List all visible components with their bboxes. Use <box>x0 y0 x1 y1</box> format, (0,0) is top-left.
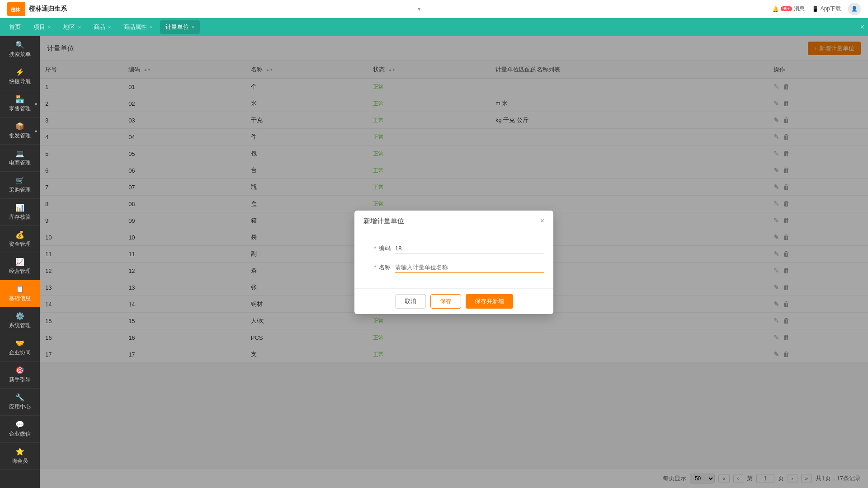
operations-icon: 📈 <box>15 258 24 266</box>
content-inner: 计量单位 + 新增计量单位 序号 编码 ▲▼ <box>40 36 868 488</box>
sidebar-label-member: 嗨会员 <box>12 457 28 465</box>
system-icon: ⚙️ <box>15 312 24 320</box>
sidebar-item-ecommerce[interactable]: 💻 电商管理 <box>0 145 40 172</box>
tab-region[interactable]: 地区 × <box>58 20 86 34</box>
notification-bell[interactable]: 🔔 99+ 消息 <box>772 5 805 13</box>
sidebar-item-inventory[interactable]: 📊 库存核算 <box>0 199 40 226</box>
finance-icon: 💰 <box>15 230 24 239</box>
header-dropdown-arrow[interactable]: ▾ <box>418 5 421 12</box>
content-area: 计量单位 + 新增计量单位 序号 编码 ▲▼ <box>40 36 868 488</box>
sidebar-item-wholesale[interactable]: 📦 批发管理 <box>0 117 40 145</box>
notification-label: 消息 <box>794 5 805 13</box>
sidebar-label-ecommerce: 电商管理 <box>9 159 31 167</box>
member-icon: ⭐ <box>15 447 24 456</box>
name-input[interactable] <box>395 262 544 273</box>
collab-icon: 🤝 <box>15 339 24 347</box>
sidebar-label-wholesale: 批发管理 <box>9 132 31 140</box>
svg-text:橙林: 橙林 <box>10 7 20 12</box>
logo-text: 橙林通归生系 <box>29 5 67 13</box>
app-center-icon: 🔧 <box>15 393 24 402</box>
sidebar-item-purchase[interactable]: 🛒 采购管理 <box>0 172 40 199</box>
tab-unit-close[interactable]: × <box>192 24 194 30</box>
modal-header: 新增计量单位 × <box>354 211 553 232</box>
logo-area: 橙林 橙林通归生系 <box>7 2 67 16</box>
tab-project-close[interactable]: × <box>48 24 51 30</box>
search-icon: 🔍 <box>15 41 24 49</box>
save-and-new-button[interactable]: 保存并新增 <box>466 294 513 309</box>
code-input[interactable] <box>395 243 544 254</box>
tab-product-attr-close[interactable]: × <box>150 24 152 30</box>
tab-unit-label: 计量单位 <box>165 23 189 31</box>
bell-icon: 🔔 <box>772 6 779 12</box>
tab-project[interactable]: 项目 × <box>28 20 56 34</box>
sidebar-item-finance[interactable]: 💰 资金管理 <box>0 226 40 253</box>
sidebar-label-system: 系统管理 <box>9 322 31 329</box>
sidebar-item-retail[interactable]: 🏪 零售管理 <box>0 90 40 117</box>
tab-region-label: 地区 <box>63 23 75 31</box>
tab-home[interactable]: 首页 <box>4 20 26 34</box>
required-star: * <box>374 245 376 252</box>
sidebar-label-purchase: 采购管理 <box>9 186 31 194</box>
save-button[interactable]: 保存 <box>430 294 461 309</box>
modal-close-button[interactable]: × <box>540 217 544 225</box>
tab-product-label: 商品 <box>94 23 105 31</box>
sidebar-label-search: 搜索菜单 <box>9 51 31 58</box>
header-right: 🔔 99+ 消息 📱 App下载 👤 <box>772 3 861 15</box>
logo-icon: 橙林 <box>7 2 25 16</box>
sidebar-item-member[interactable]: ⭐ 嗨会员 <box>0 443 40 470</box>
tab-bar: 首页 项目 × 地区 × 商品 × 商品属性 × 计量单位 × × <box>0 18 868 36</box>
avatar[interactable]: 👤 <box>848 3 861 15</box>
cancel-button[interactable]: 取消 <box>395 294 426 309</box>
sidebar-item-nav[interactable]: ⚡ 快捷导航 <box>0 63 40 90</box>
form-row-name: * 名称 <box>363 262 544 273</box>
sidebar-label-nav: 快捷导航 <box>9 78 31 85</box>
modal-title: 新增计量单位 <box>363 217 404 225</box>
header-center: ▾ <box>418 5 421 12</box>
tab-bar-close-all[interactable]: × <box>860 23 864 31</box>
sidebar-label-collab: 企业协同 <box>9 349 31 357</box>
name-required-star: * <box>374 264 376 271</box>
sidebar-item-operations[interactable]: 📈 经营管理 <box>0 253 40 280</box>
tab-unit[interactable]: 计量单位 × <box>160 20 200 34</box>
form-row-code: * 编码 <box>363 243 544 254</box>
sidebar-item-collab[interactable]: 🤝 企业协同 <box>0 334 40 361</box>
wholesale-icon: 📦 <box>15 122 24 131</box>
notification-count: 99+ <box>781 6 792 11</box>
sidebar-label-operations: 经营管理 <box>9 267 31 275</box>
inventory-icon: 📊 <box>15 203 24 212</box>
purchase-icon: 🛒 <box>15 176 24 185</box>
tab-product[interactable]: 商品 × <box>88 20 116 34</box>
phone-icon: 📱 <box>812 6 819 12</box>
retail-icon: 🏪 <box>15 95 24 103</box>
app-download-link[interactable]: 📱 App下载 <box>812 5 841 13</box>
sidebar-item-search[interactable]: 🔍 搜索菜单 <box>0 36 40 63</box>
main-layout: 🔍 搜索菜单 ⚡ 快捷导航 🏪 零售管理 📦 批发管理 💻 电商管理 🛒 采购管… <box>0 36 868 488</box>
add-unit-modal: 新增计量单位 × * 编码 * <box>354 211 553 314</box>
modal-body: * 编码 * 名称 <box>354 232 553 288</box>
modal-footer: 取消 保存 保存并新增 <box>354 288 553 314</box>
tab-region-close[interactable]: × <box>78 24 80 30</box>
nav-icon: ⚡ <box>15 68 24 76</box>
modal-overlay: 新增计量单位 × * 编码 * <box>40 36 868 488</box>
sidebar-item-guide[interactable]: 🎯 新手引导 <box>0 361 40 389</box>
sidebar-item-app-center[interactable]: 🔧 应用中心 <box>0 389 40 416</box>
app-download-label: App下载 <box>821 5 841 13</box>
code-label: * 编码 <box>363 244 391 253</box>
sidebar-label-basic-info: 基础信息 <box>9 295 31 302</box>
name-label: * 名称 <box>363 263 391 272</box>
sidebar-label-guide: 新手引导 <box>9 376 31 384</box>
ecommerce-icon: 💻 <box>15 149 24 158</box>
guide-icon: 🎯 <box>15 366 24 375</box>
top-header: 橙林 橙林通归生系 ▾ 🔔 99+ 消息 📱 App下载 👤 <box>0 0 868 18</box>
tab-project-label: 项目 <box>33 23 45 31</box>
tab-product-attr[interactable]: 商品属性 × <box>118 20 158 34</box>
sidebar-label-wechat: 企业微信 <box>9 430 31 438</box>
sidebar: 🔍 搜索菜单 ⚡ 快捷导航 🏪 零售管理 📦 批发管理 💻 电商管理 🛒 采购管… <box>0 36 40 488</box>
wechat-icon: 💬 <box>15 420 24 429</box>
sidebar-item-system[interactable]: ⚙️ 系统管理 <box>0 307 40 334</box>
tab-product-close[interactable]: × <box>108 24 111 30</box>
basic-info-icon: 📋 <box>15 285 24 293</box>
sidebar-item-wechat[interactable]: 💬 企业微信 <box>0 416 40 443</box>
sidebar-label-app-center: 应用中心 <box>9 403 31 411</box>
sidebar-item-basic-info[interactable]: 📋 基础信息 <box>0 280 40 307</box>
